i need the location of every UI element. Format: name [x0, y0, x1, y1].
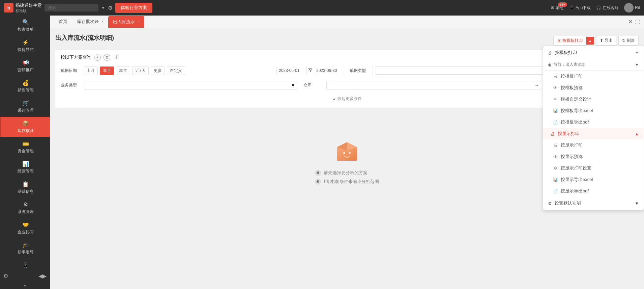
- tab-maximize-icon[interactable]: ⛶: [635, 19, 640, 25]
- tab-close-all-icon[interactable]: ✕: [628, 19, 633, 25]
- search-input[interactable]: [45, 4, 98, 11]
- date-end-input[interactable]: [314, 67, 344, 74]
- biz-type-select[interactable]: ▼: [84, 81, 298, 89]
- sidebar-scroll-down-indicator: ▼: [23, 284, 27, 288]
- sidebar-item-inventory[interactable]: 📦 库存核算: [0, 117, 50, 137]
- template-custom-label: 模板自定义设计: [561, 96, 591, 102]
- date-this-month-btn[interactable]: 本月: [100, 67, 114, 75]
- display-export-pdf-icon: 📄: [553, 188, 558, 194]
- warehouse-more-icon: ···: [534, 83, 538, 88]
- sidebar-item-guide[interactable]: 🎓 新手引导: [0, 238, 50, 259]
- header-settings-btn[interactable]: ⚙: [108, 5, 113, 11]
- sidebar-collapse-btn[interactable]: ◀▶: [38, 273, 47, 279]
- sidebar-label-quick-nav: 快捷导航: [18, 47, 34, 53]
- template-print-item[interactable]: 🖨 按模板打印: [543, 71, 644, 82]
- date-start-input[interactable]: [276, 67, 307, 74]
- print-template-btn[interactable]: 🖨 按模板打印: [553, 36, 586, 46]
- online-service-btn[interactable]: 🎧 在线客服: [596, 5, 619, 11]
- tab-flow-detail[interactable]: 出入库流水 ×: [108, 16, 144, 28]
- purchase-icon: 🛒: [22, 100, 29, 106]
- tab-batch-account-label: 库存批次账: [77, 19, 99, 24]
- date-more-btn[interactable]: 更多: [151, 67, 165, 75]
- template-export-excel-item[interactable]: 📊 按模板导出excel: [543, 105, 644, 116]
- sidebar-item-app-center[interactable]: 📱 应用中心: [0, 259, 50, 269]
- set-default-item[interactable]: ⚙ 设置默认功能 ▼: [543, 197, 644, 210]
- template-print-section-header[interactable]: 🖨 按模板打印 ▼: [543, 46, 644, 59]
- date-last-month-btn[interactable]: 上月: [84, 67, 98, 75]
- sidebar-item-cooperation[interactable]: 🤝 企业协同: [0, 218, 50, 238]
- date-custom-btn[interactable]: 自定义: [167, 67, 185, 75]
- sidebar-item-sales[interactable]: 💰 销售管理: [0, 76, 50, 97]
- user-avatar-area[interactable]: Rit: [624, 3, 640, 12]
- warehouse-filter-field: 仓库 ···: [303, 81, 541, 89]
- date-last-7-days-btn[interactable]: 近7天: [132, 67, 149, 75]
- search-dropdown-btn[interactable]: ▼: [101, 5, 105, 10]
- sidebar-item-quick-nav[interactable]: ⚡ 快捷导航: [0, 36, 50, 56]
- set-default-label: 设置默认功能: [555, 200, 581, 206]
- message-icon: ✉: [551, 5, 554, 10]
- tab-batch-account[interactable]: 库存批次账 ×: [72, 16, 108, 28]
- refresh-icon: ↻: [622, 38, 625, 43]
- print-dropdown-arrow-btn[interactable]: ▲: [586, 37, 594, 45]
- tab-home[interactable]: 首页: [54, 16, 72, 28]
- quick-nav-icon: ⚡: [22, 39, 29, 46]
- filter-collapse-btn[interactable]: 《: [113, 54, 118, 60]
- display-print-item-label: 按显示打印: [561, 142, 583, 148]
- sidebar-settings-btn[interactable]: ⚙: [3, 273, 8, 279]
- filter-add-btn[interactable]: +: [94, 54, 101, 61]
- app-name: 畅捷通好生意: [16, 2, 42, 8]
- sidebar-item-finance[interactable]: 💳 资金管理: [0, 137, 50, 157]
- sidebar-label-basic-info: 基础信息: [18, 189, 34, 194]
- current-icon: ◉: [548, 62, 551, 67]
- app-download-btn[interactable]: 📱 App下载: [569, 5, 591, 11]
- warehouse-select[interactable]: ···: [326, 81, 541, 89]
- sidebar-scroll-area: 🔍 搜索菜单 ⚡ 快捷导航 📢 营销推广 💰 销售管理 🛒 采购管理 📦: [0, 16, 50, 269]
- marketing-icon: 📢: [22, 59, 29, 66]
- set-default-content: ⚙ 设置默认功能: [548, 200, 581, 206]
- display-print-header-label: 按显示打印: [558, 131, 580, 137]
- sidebar-item-basic-info[interactable]: 📋 基础信息: [0, 178, 50, 198]
- sidebar-label-search-menu: 搜索菜单: [18, 27, 34, 32]
- sidebar-item-purchase[interactable]: 🛒 采购管理: [0, 97, 50, 117]
- date-this-year-btn[interactable]: 本年: [116, 67, 130, 75]
- set-default-arrow: ▼: [635, 201, 639, 206]
- date-field-label: 单据日期: [61, 68, 81, 74]
- template-export-pdf-item[interactable]: 📄 按模板导出pdf: [543, 116, 644, 128]
- print-btn-group: 🖨 按模板打印 ▲: [553, 36, 594, 46]
- filter-settings-btn[interactable]: ⚙: [104, 54, 110, 61]
- display-print-item[interactable]: 🖨 按显示打印: [543, 139, 644, 151]
- print-dropdown-panel: 🖨 按模板打印 ▼ ◉ 当前：出入库流水 ▼ 🖨 按模板打印: [543, 46, 644, 210]
- refresh-btn[interactable]: ↻ 刷新: [618, 36, 639, 46]
- template-print-item-label: 按模板打印: [561, 73, 583, 79]
- basic-info-icon: 📋: [22, 181, 29, 187]
- finance-icon: 💳: [22, 140, 29, 147]
- sidebar: 🔍 搜索菜单 ⚡ 快捷导航 📢 营销推广 💰 销售管理 🛒 采购管理 📦: [0, 16, 50, 289]
- display-preview-item[interactable]: 👁 按显示预览: [543, 151, 644, 162]
- template-print-header-label: 按模板打印: [555, 50, 577, 56]
- headset-icon: 🎧: [596, 5, 601, 10]
- step-2-text: 用[过滤]条件来缩小分析范围: [324, 179, 379, 185]
- trial-button[interactable]: 体验行业方案: [115, 3, 152, 13]
- main-layout: 🔍 搜索菜单 ⚡ 快捷导航 📢 营销推广 💰 销售管理 🛒 采购管理 📦: [0, 16, 644, 289]
- template-custom-item[interactable]: ✏ 模板自定义设计: [543, 94, 644, 105]
- sidebar-item-marketing[interactable]: 📢 营销推广: [0, 56, 50, 76]
- sidebar-item-search-menu[interactable]: 🔍 搜索菜单: [0, 16, 50, 36]
- display-print-section-header[interactable]: 🖨 按显示打印 ▲: [543, 128, 644, 139]
- notification-area[interactable]: ✉ 消息 99+: [551, 5, 564, 11]
- template-export-pdf-icon: 📄: [553, 120, 558, 125]
- template-preview-item[interactable]: 👁 按模板预览: [543, 82, 644, 94]
- display-export-pdf-item[interactable]: 📄 按显示导出pdf: [543, 185, 644, 197]
- step-1-num: ❶: [315, 170, 321, 176]
- display-export-excel-item[interactable]: 📊 按显示导出excel: [543, 174, 644, 185]
- sidebar-label-finance: 资金管理: [18, 148, 34, 154]
- biz-type-filter-field: 业务类型 ▼: [61, 81, 298, 89]
- display-preview-icon: 👁: [553, 154, 558, 159]
- sidebar-item-operations[interactable]: 📊 经营管理: [0, 157, 50, 178]
- tab-batch-account-close[interactable]: ×: [101, 20, 104, 24]
- cooperation-icon: 🤝: [22, 221, 29, 228]
- display-print-settings-item[interactable]: ⚙ 按显示打印设置: [543, 162, 644, 174]
- export-btn[interactable]: ⬆ 导出: [596, 36, 616, 46]
- sidebar-item-system[interactable]: ⚙ 系统管理: [0, 198, 50, 218]
- template-export-excel-icon: 📊: [553, 108, 558, 113]
- tab-flow-detail-close[interactable]: ×: [138, 20, 140, 24]
